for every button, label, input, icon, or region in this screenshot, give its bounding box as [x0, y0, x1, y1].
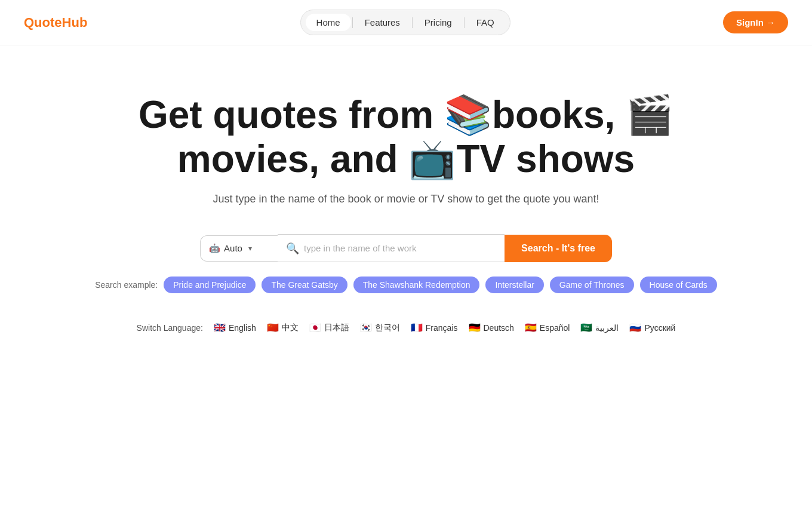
robot-emoji: 🤖 [209, 243, 220, 254]
lang-zh[interactable]: 🇨🇳 中文 [267, 322, 299, 333]
flag-fr: 🇫🇷 [411, 322, 423, 333]
lang-de-label: Deutsch [484, 323, 514, 333]
lang-es-label: Español [540, 323, 570, 333]
flag-ja: 🇯🇵 [309, 322, 321, 333]
hero-title: Get quotes from 📚books, 🎬movies, and 📺TV… [137, 93, 675, 181]
lang-zh-label: 中文 [282, 322, 299, 333]
logo[interactable]: QuoteHub [24, 15, 87, 30]
search-input-wrapper: 🔍 [278, 234, 505, 262]
search-examples-label: Search example: [95, 280, 158, 290]
search-button[interactable]: Search - It's free [505, 235, 612, 262]
auto-select[interactable]: 🤖 Auto ▾ [200, 235, 278, 262]
hero-section: Get quotes from 📚books, 🎬movies, and 📺TV… [0, 45, 812, 357]
flag-ko: 🇰🇷 [360, 322, 372, 333]
hero-movies-emoji: 🎬 [626, 93, 673, 136]
example-tag-3[interactable]: Interstellar [485, 277, 543, 293]
nav-home[interactable]: Home [306, 14, 351, 31]
flag-ar: 🇸🇦 [580, 322, 592, 333]
lang-ar[interactable]: 🇸🇦 العربية [580, 322, 619, 333]
auto-label: Auto [224, 243, 242, 253]
hero-movies-text: movies, and [177, 137, 409, 180]
flag-en: 🇬🇧 [214, 322, 226, 333]
language-switch: Switch Language: 🇬🇧 English 🇨🇳 中文 🇯🇵 日本語… [137, 322, 676, 333]
lang-ko[interactable]: 🇰🇷 한국어 [360, 322, 400, 333]
nav-divider-1 [352, 17, 353, 28]
nav-pricing[interactable]: Pricing [414, 14, 463, 31]
lang-fr-label: Français [426, 323, 458, 333]
language-switch-label: Switch Language: [137, 323, 203, 333]
flag-zh: 🇨🇳 [267, 322, 279, 333]
lang-fr[interactable]: 🇫🇷 Français [411, 322, 458, 333]
nav-divider-2 [412, 17, 413, 28]
example-tag-1[interactable]: The Great Gatsby [262, 277, 347, 293]
example-tag-5[interactable]: House of Cards [640, 277, 717, 293]
lang-ja[interactable]: 🇯🇵 日本語 [309, 322, 349, 333]
signin-button[interactable]: SignIn → [723, 11, 788, 33]
hero-tv-emoji: 📺 [408, 137, 456, 180]
example-tag-4[interactable]: Game of Thrones [550, 277, 634, 293]
lang-es[interactable]: 🇪🇸 Español [525, 322, 570, 333]
search-container: 🤖 Auto ▾ 🔍 Search - It's free [200, 234, 612, 262]
lang-de[interactable]: 🇩🇪 Deutsch [469, 322, 514, 333]
flag-ru: 🇷🇺 [629, 322, 641, 333]
search-examples: Search example: Pride and Prejudice The … [95, 277, 717, 293]
chevron-down-icon: ▾ [248, 244, 252, 253]
nav-links: Home Features Pricing FAQ [300, 10, 510, 35]
flag-es: 🇪🇸 [525, 322, 537, 333]
hero-subtitle: Just type in the name of the book or mov… [213, 193, 599, 205]
lang-ja-label: 日本語 [324, 322, 349, 333]
hero-tv-text: TV shows [456, 137, 635, 180]
lang-ru[interactable]: 🇷🇺 Русский [629, 322, 675, 333]
hero-books-text: books, [492, 93, 626, 136]
hero-books-emoji: 📚 [444, 93, 492, 136]
nav-divider-3 [464, 17, 465, 28]
lang-en[interactable]: 🇬🇧 English [214, 322, 256, 333]
hero-title-part1: Get quotes from [139, 93, 444, 136]
lang-ko-label: 한국어 [375, 322, 400, 333]
example-tag-2[interactable]: The Shawshank Redemption [353, 277, 480, 293]
nav-faq[interactable]: FAQ [466, 14, 505, 31]
search-icon: 🔍 [286, 242, 299, 255]
example-tag-0[interactable]: Pride and Prejudice [164, 277, 256, 293]
flag-de: 🇩🇪 [469, 322, 481, 333]
lang-ar-label: العربية [595, 323, 619, 333]
navbar: QuoteHub Home Features Pricing FAQ SignI… [0, 0, 812, 45]
lang-ru-label: Русский [644, 323, 675, 333]
nav-features[interactable]: Features [354, 14, 411, 31]
search-input[interactable] [304, 235, 496, 262]
lang-en-label: English [229, 323, 256, 333]
